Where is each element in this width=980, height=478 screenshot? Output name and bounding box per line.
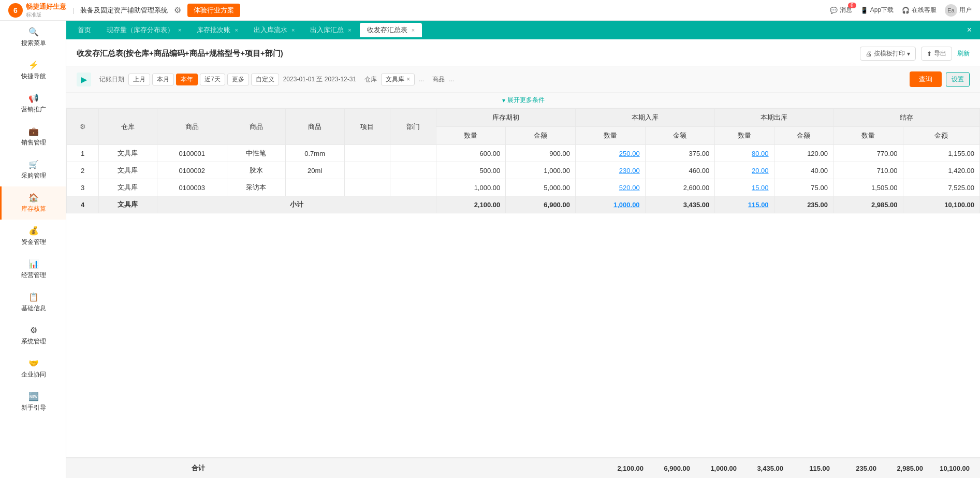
goods-more-btn[interactable]: ... [449, 76, 454, 83]
row3-warehouse: 文具库 [99, 179, 157, 196]
row2-project [344, 162, 390, 179]
tab-inventory-dist-close[interactable]: × [178, 27, 181, 33]
notification-icon: 💬 [830, 7, 838, 14]
sidebar-item-marketing[interactable]: 📢 营销推广 [0, 87, 66, 120]
tab-inventory-dist-label: 现存量（库存分布表） [107, 25, 174, 35]
app-download-item[interactable]: 📱 App下载 [860, 6, 894, 15]
row2-code: 0100002 [157, 162, 227, 179]
lightning-icon: ⚡ [28, 60, 39, 70]
row1-open-qty: 600.00 [436, 145, 506, 162]
row2-out-qty[interactable]: 20.00 [715, 162, 774, 179]
tab-in-out-summary[interactable]: 出入库汇总 × [303, 23, 358, 37]
row1-bal-amt: 1,155.00 [903, 145, 979, 162]
row3-in-qty-link[interactable]: 520.00 [619, 184, 640, 192]
sidebar-item-quick-nav[interactable]: ⚡ 快捷导航 [0, 54, 66, 87]
date-btn-this-month[interactable]: 本月 [152, 74, 174, 85]
guide-icon: 🆕 [28, 392, 39, 401]
query-button[interactable]: 查询 [910, 71, 942, 87]
gear-icon[interactable]: ⚙ [174, 5, 181, 15]
filter-bar: ▶ 记账日期 上月 本月 本年 近7天 更多 自定义 2023-01-01 至 … [66, 66, 980, 93]
row3-out-qty[interactable]: 15.00 [715, 179, 774, 196]
date-btn-more[interactable]: 更多 [227, 74, 249, 85]
warehouse-tag[interactable]: 文具库 × [381, 74, 415, 85]
print-button[interactable]: 🖨 按模板打印 ▾ [860, 47, 916, 61]
row2-dept [390, 162, 436, 179]
sidebar-label-quick-nav: 快捷导航 [21, 72, 46, 81]
row1-in-qty[interactable]: 250.00 [575, 145, 645, 162]
row1-in-qty-link[interactable]: 250.00 [619, 150, 640, 157]
sidebar-item-guide[interactable]: 🆕 新手引导 [0, 385, 66, 418]
row2-in-qty-link[interactable]: 230.00 [619, 167, 640, 175]
th-settings[interactable]: ⚙ [67, 109, 99, 145]
row1-open-amt: 900.00 [506, 145, 576, 162]
row2-in-qty[interactable]: 230.00 [575, 162, 645, 179]
tab-in-out-summary-close[interactable]: × [348, 27, 351, 33]
tab-bar-close-all[interactable]: × [963, 25, 976, 35]
print-dropdown-icon: ▾ [907, 50, 910, 57]
sidebar-item-search[interactable]: 🔍 搜索菜单 [0, 21, 66, 54]
date-btn-this-year[interactable]: 本年 [176, 74, 198, 85]
tab-stock-summary-close[interactable]: × [412, 27, 415, 33]
expand-conditions-button[interactable]: ▾ 展开更多条件 [502, 96, 545, 105]
row2-out-qty-link[interactable]: 20.00 [752, 167, 769, 175]
expand-row: ▾ 展开更多条件 [66, 93, 980, 108]
export-label: 导出 [934, 49, 946, 58]
tab-in-out-flow-close[interactable]: × [291, 27, 295, 33]
row1-bal-qty: 770.00 [833, 145, 903, 162]
row3-out-qty-link[interactable]: 15.00 [752, 184, 769, 192]
user-item[interactable]: Ea 用户 [945, 4, 972, 17]
brand-name: 畅捷通好生意 [26, 2, 66, 11]
total-bal-amt: 10,100.00 [928, 465, 975, 472]
date-btn-7days[interactable]: 近7天 [200, 74, 225, 85]
tab-home[interactable]: 首页 [70, 23, 98, 37]
tab-in-out-flow[interactable]: 出入库流水 × [246, 23, 302, 37]
sidebar-item-basic-info[interactable]: 📋 基础信息 [0, 286, 66, 319]
sidebar-label-system: 系统管理 [21, 337, 46, 346]
subtotal-out-qty-link[interactable]: 115.00 [748, 201, 769, 209]
refresh-button[interactable]: 刷新 [957, 49, 970, 58]
date-btn-custom[interactable]: 自定义 [251, 74, 279, 85]
setting-button[interactable]: 设置 [946, 72, 970, 87]
notification-item[interactable]: 💬 消息 6 [830, 6, 852, 15]
sidebar-label-purchase: 采购管理 [21, 171, 46, 180]
row1-code: 0100001 [157, 145, 227, 162]
tab-inventory-dist[interactable]: 现存量（库存分布表） × [99, 23, 188, 37]
sidebar: 🔍 搜索菜单 ⚡ 快捷导航 📢 营销推广 💼 销售管理 🛒 采购管理 🏠 [0, 21, 66, 478]
inventory-icon: 🏠 [28, 193, 39, 202]
row3-dept [390, 179, 436, 196]
subtotal-in-qty-link[interactable]: 1,000.00 [613, 201, 640, 209]
th-open-amt: 金额 [506, 127, 576, 145]
th-spec: 商品 [285, 109, 344, 145]
trial-button[interactable]: 体验行业方案 [187, 4, 240, 17]
tab-stock-summary[interactable]: 收发存汇总表 × [360, 23, 422, 37]
print-icon: 🖨 [866, 50, 872, 57]
warehouse-tag-text: 文具库 [386, 75, 404, 84]
goods-filter-label: 商品 [432, 75, 445, 84]
row3-bal-amt: 7,525.00 [903, 179, 979, 196]
tab-batch-account-close[interactable]: × [235, 27, 238, 33]
online-service-item[interactable]: 🎧 在线客服 [902, 6, 937, 15]
sidebar-item-system[interactable]: ⚙ 系统管理 [0, 319, 66, 352]
warehouse-tag-remove[interactable]: × [406, 76, 410, 83]
export-button[interactable]: ⬆ 导出 [921, 47, 952, 61]
sidebar-item-inventory[interactable]: 🏠 库存核算 [0, 186, 66, 220]
row1-out-qty-link[interactable]: 80.00 [752, 150, 769, 157]
row3-in-qty[interactable]: 520.00 [575, 179, 645, 196]
th-name: 商品 [227, 109, 285, 145]
row3-project [344, 179, 390, 196]
headset-icon: 🎧 [902, 7, 910, 14]
print-label: 按模板打印 [874, 49, 905, 58]
tab-batch-account[interactable]: 库存批次账 × [189, 23, 245, 37]
th-balance: 结存 [833, 109, 979, 127]
date-btn-last-month[interactable]: 上月 [128, 74, 150, 85]
system-title: 装备及固定资产辅助管理系统 [80, 6, 168, 15]
sidebar-item-operations[interactable]: 📊 经营管理 [0, 253, 66, 286]
filter-toggle-button[interactable]: ▶ [77, 73, 91, 86]
sidebar-item-enterprise[interactable]: 🤝 企业协同 [0, 352, 66, 385]
sidebar-item-sales[interactable]: 💼 销售管理 [0, 120, 66, 153]
warehouse-more-btn[interactable]: ... [419, 76, 424, 83]
th-open-balance: 库存期初 [436, 109, 575, 127]
sidebar-item-purchase[interactable]: 🛒 采购管理 [0, 153, 66, 186]
row1-out-qty[interactable]: 80.00 [715, 145, 774, 162]
sidebar-item-finance[interactable]: 💰 资金管理 [0, 220, 66, 253]
